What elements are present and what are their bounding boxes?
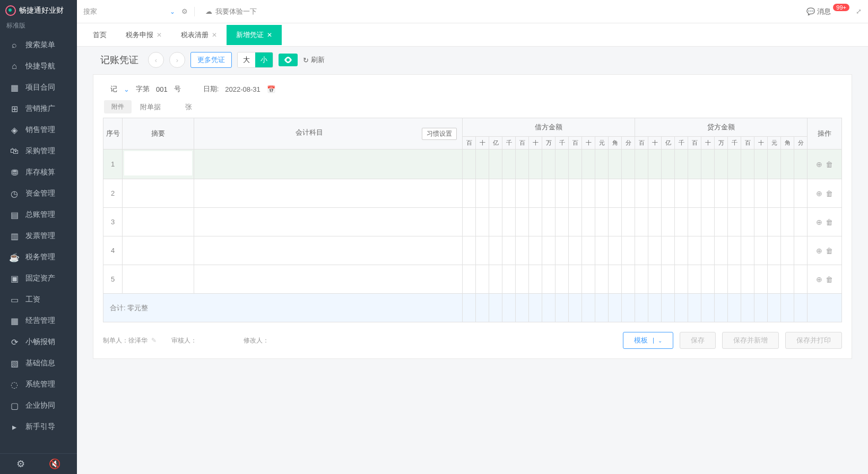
- tab-1[interactable]: 税务申报✕: [116, 25, 171, 45]
- settings-icon[interactable]: ⚙: [16, 458, 25, 470]
- sidebar-item-3[interactable]: ⊞营销推广: [0, 98, 77, 119]
- tab-3[interactable]: 新增凭证✕: [227, 25, 282, 45]
- digit-cell[interactable]: [542, 179, 555, 208]
- digit-cell[interactable]: [476, 236, 489, 265]
- voucher-type[interactable]: 记: [110, 84, 117, 94]
- subject-cell[interactable]: [194, 265, 463, 294]
- size-big-button[interactable]: 大: [238, 52, 255, 67]
- digit-cell[interactable]: [569, 236, 582, 265]
- save-new-button[interactable]: 保存并新增: [722, 332, 779, 349]
- subject-cell[interactable]: [194, 179, 463, 208]
- sidebar-item-8[interactable]: ▤总账管理: [0, 204, 77, 225]
- digit-cell[interactable]: [662, 150, 675, 179]
- digit-cell[interactable]: [463, 208, 476, 236]
- digit-cell[interactable]: [648, 150, 662, 179]
- digit-cell[interactable]: [542, 208, 555, 236]
- digit-cell[interactable]: [635, 208, 648, 236]
- digit-cell[interactable]: [595, 150, 609, 179]
- digit-cell[interactable]: [794, 150, 808, 179]
- size-small-button[interactable]: 小: [255, 52, 273, 67]
- digit-cell[interactable]: [701, 236, 715, 265]
- close-icon[interactable]: ✕: [157, 31, 162, 39]
- save-print-button[interactable]: 保存并打印: [785, 332, 842, 349]
- sidebar-item-11[interactable]: ▣固定资产: [0, 268, 77, 289]
- digit-cell[interactable]: [463, 236, 476, 265]
- digit-cell[interactable]: [662, 179, 675, 208]
- digit-cell[interactable]: [569, 150, 582, 179]
- digit-cell[interactable]: [502, 208, 516, 236]
- template-button[interactable]: 模板⌄: [623, 332, 673, 349]
- summary-cell[interactable]: [123, 265, 194, 294]
- digit-cell[interactable]: [728, 208, 741, 236]
- digit-cell[interactable]: [728, 236, 741, 265]
- digit-cell[interactable]: [463, 150, 476, 179]
- digit-cell[interactable]: [648, 179, 662, 208]
- digit-cell[interactable]: [648, 208, 662, 236]
- digit-cell[interactable]: [489, 179, 502, 208]
- digit-cell[interactable]: [781, 208, 794, 236]
- digit-cell[interactable]: [781, 150, 794, 179]
- digit-cell[interactable]: [688, 265, 701, 294]
- digit-cell[interactable]: [595, 179, 609, 208]
- digit-cell[interactable]: [529, 179, 542, 208]
- digit-cell[interactable]: [529, 150, 542, 179]
- digit-cell[interactable]: [502, 265, 516, 294]
- digit-cell[interactable]: [675, 179, 688, 208]
- digit-cell[interactable]: [675, 208, 688, 236]
- digit-cell[interactable]: [609, 150, 622, 179]
- digit-cell[interactable]: [701, 179, 715, 208]
- chevron-down-icon[interactable]: ⌄: [124, 85, 129, 93]
- sidebar-item-5[interactable]: 🛍采购管理: [0, 141, 77, 162]
- digit-cell[interactable]: [754, 265, 768, 294]
- digit-cell[interactable]: [754, 236, 768, 265]
- digit-cell[interactable]: [555, 208, 569, 236]
- summary-cell[interactable]: [123, 179, 194, 208]
- sidebar-item-4[interactable]: ◈销售管理: [0, 119, 77, 141]
- digit-cell[interactable]: [529, 208, 542, 236]
- voucher-date[interactable]: 2022-08-31: [225, 85, 261, 93]
- sidebar-item-17[interactable]: ▢企业协同: [0, 395, 77, 416]
- delete-row-icon[interactable]: 🗑: [826, 275, 833, 284]
- digit-cell[interactable]: [715, 179, 728, 208]
- digit-cell[interactable]: [542, 236, 555, 265]
- digit-cell[interactable]: [741, 179, 754, 208]
- sidebar-item-10[interactable]: ☕税务管理: [0, 247, 77, 268]
- digit-cell[interactable]: [794, 265, 808, 294]
- refresh-button[interactable]: ↻ 刷新: [303, 55, 325, 65]
- digit-cell[interactable]: [701, 208, 715, 236]
- digit-cell[interactable]: [489, 236, 502, 265]
- gear-icon[interactable]: ⚙: [181, 7, 188, 15]
- digit-cell[interactable]: [781, 179, 794, 208]
- digit-cell[interactable]: [622, 236, 635, 265]
- digit-cell[interactable]: [609, 265, 622, 294]
- subject-cell[interactable]: [194, 150, 463, 179]
- digit-cell[interactable]: [648, 236, 662, 265]
- digit-cell[interactable]: [542, 265, 555, 294]
- digit-cell[interactable]: [516, 265, 529, 294]
- digit-cell[interactable]: [662, 236, 675, 265]
- digit-cell[interactable]: [555, 265, 569, 294]
- digit-cell[interactable]: [542, 150, 555, 179]
- digit-cell[interactable]: [476, 208, 489, 236]
- sidebar-item-6[interactable]: ⛃库存核算: [0, 162, 77, 183]
- digit-cell[interactable]: [569, 265, 582, 294]
- close-icon[interactable]: ✕: [267, 31, 272, 39]
- sidebar-item-2[interactable]: ▦项目合同: [0, 77, 77, 98]
- sidebar-item-12[interactable]: ▭工资: [0, 289, 77, 310]
- chevron-down-icon[interactable]: ⌄: [170, 8, 175, 15]
- digit-cell[interactable]: [688, 150, 701, 179]
- digit-cell[interactable]: [582, 179, 595, 208]
- try-button[interactable]: ☁ 我要体验一下: [205, 7, 257, 16]
- digit-cell[interactable]: [728, 150, 741, 179]
- digit-cell[interactable]: [675, 236, 688, 265]
- add-row-icon[interactable]: ⊕: [816, 275, 822, 284]
- digit-cell[interactable]: [516, 236, 529, 265]
- subject-cell[interactable]: [194, 208, 463, 236]
- digit-cell[interactable]: [781, 265, 794, 294]
- digit-cell[interactable]: [635, 150, 648, 179]
- search-slot[interactable]: 搜家 ⌄ ⚙: [83, 7, 195, 16]
- summary-input[interactable]: [124, 151, 192, 175]
- delete-row-icon[interactable]: 🗑: [826, 160, 833, 169]
- digit-cell[interactable]: [728, 265, 741, 294]
- digit-cell[interactable]: [476, 179, 489, 208]
